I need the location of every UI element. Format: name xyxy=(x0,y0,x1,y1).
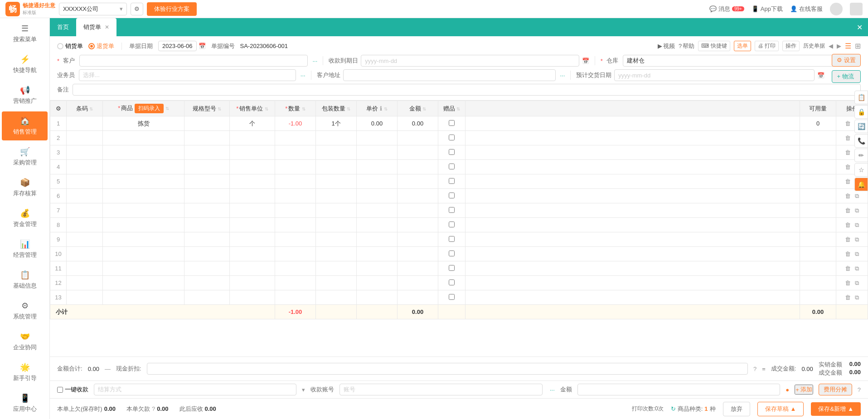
copy-icon[interactable]: ⧉ xyxy=(855,193,859,199)
settlement-arrow-icon[interactable]: ▾ xyxy=(302,386,305,393)
sidebar-item-sales[interactable]: 🏠 销售管理 xyxy=(2,111,48,140)
refresh-icon[interactable]: ↻ xyxy=(671,405,676,412)
account-input[interactable]: 账号 xyxy=(339,384,542,395)
company-select[interactable]: XXXXXX公司 ▾ xyxy=(59,3,127,15)
calendar-icon[interactable]: 📅 xyxy=(199,43,206,49)
nav-prev-icon[interactable]: ◀ xyxy=(829,43,833,49)
sidebar-item-appstore[interactable]: 📱 应用中心 xyxy=(2,389,48,418)
add-payment-btn[interactable]: + 添加 xyxy=(795,385,813,395)
radio-sales[interactable]: 销货单 xyxy=(57,42,83,50)
customer-addr-input[interactable] xyxy=(343,69,556,81)
th-settings[interactable]: ⚙ xyxy=(50,101,67,116)
copy-icon[interactable]: ⧉ xyxy=(855,294,859,301)
float-lock-icon[interactable]: 🔒 xyxy=(854,105,868,119)
scan-btn[interactable]: 扫码录入 xyxy=(135,104,164,113)
gift-checkbox[interactable] xyxy=(449,207,455,213)
sort-pack-qty-icon[interactable]: ⇅ xyxy=(347,106,350,111)
sidebar-item-search[interactable]: ☰ 搜索菜单 xyxy=(2,19,48,48)
view-grid-icon[interactable]: ⊞ xyxy=(855,42,861,50)
app-download-btn[interactable]: 📱 App下载 xyxy=(752,5,783,13)
trial-button[interactable]: 体验行业方案 xyxy=(147,2,197,16)
copy-icon[interactable]: ⧉ xyxy=(855,250,859,257)
gift-checkbox[interactable] xyxy=(449,236,455,242)
select-order-btn[interactable]: 选单 xyxy=(734,41,751,51)
gift-checkbox[interactable] xyxy=(449,222,455,227)
float-edit-icon[interactable]: ✏ xyxy=(854,149,868,162)
gift-checkbox[interactable] xyxy=(449,193,455,198)
sidebar-item-marketing[interactable]: 📢 营销推广 xyxy=(2,81,48,110)
fee-question-icon[interactable]: ? xyxy=(858,386,861,393)
customer-input[interactable] xyxy=(79,55,308,67)
delete-icon[interactable]: 🗑 xyxy=(845,294,851,301)
delete-icon[interactable]: 🗑 xyxy=(845,207,851,214)
radio-return[interactable]: 退货单 xyxy=(88,42,114,50)
one-click-payment-check[interactable]: 一键收款 xyxy=(57,385,88,394)
sort-barcode-icon[interactable]: ⇅ xyxy=(89,106,93,111)
delete-icon[interactable]: 🗑 xyxy=(845,164,851,170)
avatar[interactable] xyxy=(830,3,843,15)
video-btn[interactable]: ▶ 视频 xyxy=(658,42,675,50)
sort-goods-icon[interactable]: ⇅ xyxy=(165,106,169,111)
sort-gift-icon[interactable]: ⇅ xyxy=(456,106,460,111)
float-alert-icon[interactable]: 🔔 xyxy=(854,178,868,191)
expected-calendar-icon[interactable]: 📅 xyxy=(817,72,824,79)
gift-checkbox[interactable] xyxy=(449,120,455,126)
expected-date-input[interactable]: yyyy-mm-dd xyxy=(614,69,815,81)
user-settings-icon[interactable] xyxy=(850,3,863,15)
nav-next-icon[interactable]: ▶ xyxy=(837,43,841,49)
warehouse-input[interactable]: 建材仓 xyxy=(623,55,851,67)
sort-spec-icon[interactable]: ⇅ xyxy=(218,106,221,111)
payment-amount-input[interactable] xyxy=(577,384,780,395)
sidebar-item-coop[interactable]: 🤝 企业协同 xyxy=(2,327,48,356)
copy-icon[interactable]: ⧉ xyxy=(855,222,859,228)
float-phone-icon[interactable]: 📞 xyxy=(854,134,868,148)
float-refresh-icon[interactable]: 🔄 xyxy=(854,120,868,133)
gift-checkbox[interactable] xyxy=(449,164,455,169)
gift-checkbox[interactable] xyxy=(449,135,455,140)
tab-home[interactable]: 首页 xyxy=(50,18,76,36)
cash-discount-input[interactable] xyxy=(147,363,748,375)
tab-close-icon[interactable]: ✕ xyxy=(105,24,109,30)
sort-qty-icon[interactable]: ⇅ xyxy=(302,106,305,111)
tab-bar-close-icon[interactable]: ✕ xyxy=(851,23,868,32)
sidebar-item-guide[interactable]: 🌟 新手引导 xyxy=(2,358,48,387)
gift-checkbox[interactable] xyxy=(449,250,455,256)
date-value[interactable]: 2023-06-06 xyxy=(158,41,197,51)
account-more-icon[interactable]: ··· xyxy=(550,386,555,393)
fee-split-btn[interactable]: 费用分摊 xyxy=(819,384,852,395)
sidebar-item-purchase[interactable]: 🛒 采购管理 xyxy=(2,142,48,171)
customer-more-icon[interactable]: ··· xyxy=(312,58,317,64)
payment-calendar-icon[interactable]: 📅 xyxy=(582,58,589,64)
float-star-icon[interactable]: ☆ xyxy=(854,163,868,177)
sidebar-item-base[interactable]: 📋 基础信息 xyxy=(2,265,48,294)
delete-icon[interactable]: 🗑 xyxy=(845,250,851,257)
add-payment-icon[interactable]: ● xyxy=(786,386,789,393)
delete-icon[interactable]: 🗑 xyxy=(845,265,851,272)
sidebar-item-finance[interactable]: 💰 资金管理 xyxy=(2,204,48,233)
delete-icon[interactable]: 🗑 xyxy=(845,178,851,185)
abandon-button[interactable]: 放弃 xyxy=(723,402,750,416)
one-click-checkbox[interactable] xyxy=(57,387,63,393)
delete-icon[interactable]: 🗑 xyxy=(845,222,851,228)
delete-icon[interactable]: 🗑 xyxy=(845,120,851,127)
tab-sales-order[interactable]: 销货单 ✕ xyxy=(76,18,116,36)
copy-icon[interactable]: ⧉ xyxy=(855,265,859,272)
operate-btn[interactable]: 操作 xyxy=(782,41,800,51)
flow-button[interactable]: + 物流 xyxy=(832,70,861,83)
shortcut-btn[interactable]: ⌨ 快捷键 xyxy=(698,41,730,51)
sidebar-item-business[interactable]: 📊 经营管理 xyxy=(2,235,48,264)
addr-more-icon[interactable]: ··· xyxy=(560,72,565,79)
price-info-icon[interactable]: ℹ xyxy=(380,105,382,112)
print-btn[interactable]: 🖨 打印 xyxy=(755,41,779,51)
table-settings-icon[interactable]: ⚙ xyxy=(56,105,61,112)
message-btn[interactable]: 💬 消息 99+ xyxy=(709,5,744,13)
online-service-btn[interactable]: 👤 在线客服 xyxy=(790,5,823,13)
delete-icon[interactable]: 🗑 xyxy=(845,236,851,243)
sidebar-item-inventory[interactable]: 📦 库存核算 xyxy=(2,173,48,202)
gift-checkbox[interactable] xyxy=(449,178,455,184)
history-btn[interactable]: 历史单据 xyxy=(803,42,825,50)
save-new-button[interactable]: 保存&新增 ▲ xyxy=(811,402,861,416)
gift-checkbox[interactable] xyxy=(449,265,455,271)
notes-input[interactable] xyxy=(73,84,861,96)
sort-amount-icon[interactable]: ⇅ xyxy=(422,106,426,111)
